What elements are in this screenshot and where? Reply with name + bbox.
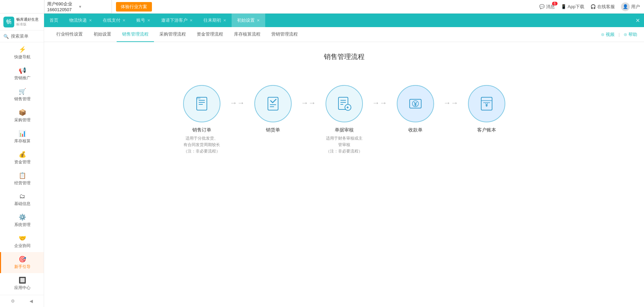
nav-tab-close-invite-downstream[interactable]: ✕ bbox=[190, 18, 193, 23]
sidebar-item-app-center[interactable]: 🔲 应用中心 bbox=[0, 273, 44, 294]
sidebar-label-ops-mgmt: 经营管理 bbox=[14, 180, 31, 186]
sidebar-item-marketing-promo[interactable]: 📢 营销推广 bbox=[0, 63, 44, 84]
nav-tab-close-past-period[interactable]: ✕ bbox=[223, 18, 226, 23]
svg-rect-4 bbox=[197, 97, 200, 99]
flow-arrow-2: →→ bbox=[300, 85, 317, 107]
sub-tabs: 行业特性设置初始设置销售管理流程采购管理流程资金管理流程库存核算流程营销管理流程… bbox=[44, 27, 644, 42]
nav-tab-home[interactable]: 首页 bbox=[44, 14, 64, 27]
trial-button[interactable]: 体验行业方案 bbox=[116, 2, 152, 12]
user-account-item[interactable]: 👤 用户 bbox=[621, 2, 640, 11]
sidebar-icon-quick-nav: ⚡ bbox=[19, 46, 26, 53]
sidebar-item-new-guide[interactable]: 🎯 新手引导 bbox=[0, 252, 44, 273]
svg-text:¥: ¥ bbox=[485, 102, 488, 108]
sidebar-icon-sales-mgmt: 🛒 bbox=[19, 88, 26, 95]
logo-main-text: 畅库通好生意 bbox=[16, 17, 39, 22]
sidebar-search[interactable]: 🔍 搜索菜单 bbox=[0, 30, 44, 42]
sidebar-item-basic-info[interactable]: 🗂 基础信息 bbox=[0, 189, 44, 210]
flow-diagram: 销售订单 适用于分批发货、有合同发货周期较长（注：非必要流程） →→ bbox=[58, 78, 630, 162]
svg-rect-5 bbox=[268, 97, 278, 110]
sidebar-label-sys-mgmt: 系统管理 bbox=[14, 222, 31, 228]
sidebar-item-sys-mgmt[interactable]: ⚙️ 系统管理 bbox=[0, 210, 44, 231]
sidebar-item-sales-mgmt[interactable]: 🛒 销售管理 bbox=[0, 84, 44, 105]
nav-tab-close-logistics[interactable]: ✕ bbox=[89, 18, 92, 23]
flow-circle-doc-review bbox=[326, 85, 363, 122]
sidebar-item-quick-nav[interactable]: ⚡ 快捷导航 bbox=[0, 42, 44, 63]
nav-tab-label-logistics: 物流快递 bbox=[69, 17, 87, 23]
flow-label-sales-order: 销售订单 bbox=[192, 127, 211, 133]
flow-label-sales-invoice: 销货单 bbox=[266, 127, 280, 133]
settings-icon[interactable]: ⚙ bbox=[11, 299, 15, 304]
sub-tab-sales-flow[interactable]: 销售管理流程 bbox=[117, 27, 154, 42]
flow-step-ledger: ¥ 客户账本 bbox=[460, 85, 514, 135]
logo-sub-text: 标准版 bbox=[16, 22, 39, 27]
online-service-item[interactable]: 🎧 在线客服 bbox=[590, 4, 615, 10]
sub-tab-marketing-flow[interactable]: 营销管理流程 bbox=[266, 27, 303, 42]
flow-arrow-3: →→ bbox=[371, 85, 388, 107]
sidebar-label-marketing-promo: 营销推广 bbox=[14, 75, 31, 81]
user-avatar: 👤 bbox=[621, 2, 630, 11]
nav-tab-label-payment: 在线支付 bbox=[103, 17, 120, 23]
collapse-icon[interactable]: ◀ bbox=[30, 299, 33, 304]
nav-tab-invite-downstream[interactable]: 邀请下游客户✕ bbox=[156, 14, 198, 27]
top-bar-left: 用户690企业1660120507 ▾ 体验行业方案 bbox=[0, 0, 152, 14]
app-download-item[interactable]: 📱 App下载 bbox=[561, 4, 584, 10]
flow-step-sales-order: 销售订单 适用于分批发货、有合同发货周期较长（注：非必要流程） bbox=[175, 85, 229, 155]
nav-tab-label-home: 首页 bbox=[50, 17, 58, 23]
nav-tabs: 首页物流快递✕在线支付✕账号✕邀请下游客户✕往来期初✕初始设置✕✕ bbox=[44, 14, 644, 27]
sidebar-label-enterprise-collab: 企业协同 bbox=[14, 243, 31, 249]
sidebar-nav: ⚡ 快捷导航 📢 营销推广 🛒 销售管理 📦 采购管理 📊 库存核算 💰 资金管… bbox=[0, 42, 44, 295]
video-link[interactable]: ⊙ 视频 bbox=[601, 32, 614, 38]
message-icon-item[interactable]: 💬 消息 6 bbox=[539, 4, 555, 10]
sidebar-item-inventory[interactable]: 📊 库存核算 bbox=[0, 126, 44, 147]
sidebar-icon-inventory: 📊 bbox=[19, 130, 26, 137]
flow-step-sales-invoice: 销货单 bbox=[246, 85, 300, 135]
sidebar-item-purchase-mgmt[interactable]: 📦 采购管理 bbox=[0, 105, 44, 126]
nav-tab-past-period[interactable]: 往来期初✕ bbox=[198, 14, 232, 27]
sidebar-label-finance-mgmt: 资金管理 bbox=[14, 159, 31, 165]
sidebar-item-finance-mgmt[interactable]: 💰 资金管理 bbox=[0, 147, 44, 168]
sub-tab-inventory-flow[interactable]: 库存核算流程 bbox=[229, 27, 266, 42]
nav-tab-account[interactable]: 账号✕ bbox=[131, 14, 156, 27]
sidebar-item-enterprise-collab[interactable]: 🤝 企业协同 bbox=[0, 231, 44, 252]
svg-text:¥: ¥ bbox=[414, 101, 417, 107]
nav-tab-logistics[interactable]: 物流快递✕ bbox=[64, 14, 97, 27]
page-title: 销售管理流程 bbox=[58, 52, 630, 61]
message-badge: 6 bbox=[552, 2, 558, 5]
sidebar-label-inventory: 库存核算 bbox=[14, 138, 31, 144]
online-service-label: 在线客服 bbox=[597, 4, 615, 10]
sidebar-icon-sys-mgmt: ⚙️ bbox=[19, 213, 26, 221]
user-selector[interactable]: 用户690企业1660120507 ▾ bbox=[44, 0, 112, 14]
sidebar-item-ops-mgmt[interactable]: 📋 经营管理 bbox=[0, 168, 44, 189]
search-icon: 🔍 bbox=[3, 34, 9, 39]
flow-arrow-4: →→ bbox=[443, 85, 460, 107]
sidebar-label-sales-mgmt: 销售管理 bbox=[14, 96, 31, 102]
sidebar-icon-finance-mgmt: 💰 bbox=[19, 151, 26, 158]
sales-order-icon bbox=[193, 95, 210, 112]
sidebar-icon-app-center: 🔲 bbox=[19, 277, 26, 284]
sidebar-icon-basic-info: 🗂 bbox=[19, 193, 25, 200]
flow-arrow-1: →→ bbox=[229, 85, 246, 107]
sidebar-label-basic-info: 基础信息 bbox=[14, 201, 31, 207]
online-service-icon: 🎧 bbox=[590, 4, 596, 9]
sub-tab-purchase-flow[interactable]: 采购管理流程 bbox=[154, 27, 191, 42]
ledger-icon: ¥ bbox=[478, 95, 495, 112]
nav-tab-close-account[interactable]: ✕ bbox=[147, 18, 150, 23]
app-download-icon: 📱 bbox=[561, 4, 566, 9]
nav-tab-payment[interactable]: 在线支付✕ bbox=[97, 14, 131, 27]
flow-step-payment: ¥ 收款单 bbox=[388, 85, 443, 135]
flow-step-doc-review: 单据审核 适用于财务审核或主管审核（注：非必要流程） bbox=[317, 85, 371, 155]
user-name-label: 用户 bbox=[631, 4, 640, 10]
nav-tab-initial-setup[interactable]: 初始设置✕ bbox=[232, 14, 265, 27]
sub-tab-initial-setup[interactable]: 初始设置 bbox=[88, 27, 117, 42]
sub-tab-industry-settings[interactable]: 行业特性设置 bbox=[51, 27, 88, 42]
logo-text-block: 畅库通好生意 标准版 bbox=[16, 17, 39, 26]
sidebar-label-new-guide: 新手引导 bbox=[14, 264, 31, 270]
help-link[interactable]: ⊙ 帮助 bbox=[624, 32, 637, 38]
sidebar-label-app-center: 应用中心 bbox=[14, 285, 31, 291]
sidebar-icon-marketing-promo: 📢 bbox=[19, 67, 26, 74]
sub-tab-capital-flow[interactable]: 资金管理流程 bbox=[191, 27, 229, 42]
nav-tab-close-payment[interactable]: ✕ bbox=[122, 18, 125, 23]
nav-tab-close-initial-setup[interactable]: ✕ bbox=[257, 18, 260, 23]
nav-close-all[interactable]: ✕ bbox=[631, 14, 644, 27]
flow-circle-payment: ¥ bbox=[397, 85, 434, 122]
